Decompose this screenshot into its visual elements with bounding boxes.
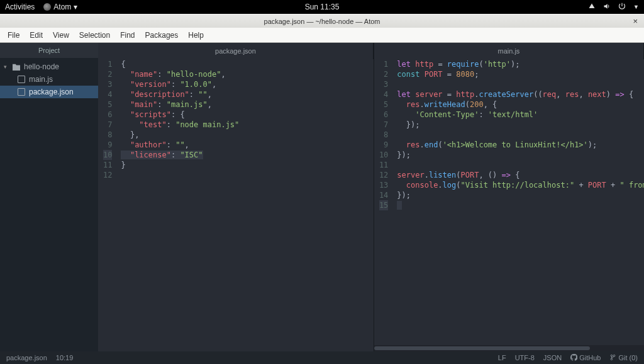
menu-help[interactable]: Help bbox=[183, 28, 209, 42]
volume-icon[interactable] bbox=[603, 3, 611, 12]
file-label: package.json bbox=[29, 88, 74, 96]
editor-panes: package.json 123456789101112 { "name": "… bbox=[98, 43, 644, 351]
menu-file[interactable]: File bbox=[3, 28, 25, 42]
gutter: 123456789101112 bbox=[98, 59, 118, 351]
tree-root-folder[interactable]: ▾ hello-node bbox=[0, 60, 98, 73]
status-git[interactable]: Git (0) bbox=[609, 354, 638, 361]
file-icon bbox=[18, 88, 25, 96]
status-eol[interactable]: LF bbox=[498, 354, 506, 361]
tab-bar: package.json bbox=[98, 43, 374, 59]
app-menu[interactable]: Atom ▾ bbox=[43, 3, 77, 11]
editor-main-js[interactable]: 123456789101112131415 let http = require… bbox=[374, 59, 644, 345]
window-title: package.json — ~/hello-node — Atom bbox=[264, 18, 380, 25]
folder-icon bbox=[13, 63, 20, 71]
atom-icon bbox=[43, 3, 51, 11]
status-file[interactable]: package.json bbox=[6, 354, 47, 361]
menu-edit[interactable]: Edit bbox=[25, 28, 48, 42]
tree-file-main[interactable]: main.js bbox=[0, 73, 98, 86]
power-icon[interactable] bbox=[618, 3, 626, 12]
git-branch-icon bbox=[609, 354, 616, 361]
code-area[interactable]: { "name": "hello-node", "version": "1.0.… bbox=[118, 59, 239, 351]
project-sidebar: Project ▾ hello-node main.js package.jso… bbox=[0, 43, 98, 351]
chevron-down-icon: ▾ bbox=[4, 64, 9, 70]
scrollbar-thumb[interactable] bbox=[374, 346, 590, 350]
clock[interactable]: Sun 11:35 bbox=[305, 3, 340, 11]
activities-button[interactable]: Activities bbox=[5, 3, 35, 11]
file-tree: ▾ hello-node main.js package.json bbox=[0, 58, 98, 101]
menu-bar: File Edit View Selection Find Packages H… bbox=[0, 28, 644, 43]
tab-bar: main.js bbox=[374, 43, 644, 59]
tab-main-js[interactable]: main.js bbox=[374, 43, 644, 59]
gnome-top-bar: Activities Atom ▾ Sun 11:35 ▼ bbox=[0, 0, 644, 14]
folder-label: hello-node bbox=[24, 62, 59, 71]
code-area[interactable]: let http = require('http'); const PORT =… bbox=[394, 59, 644, 345]
editor-package-json[interactable]: 123456789101112 { "name": "hello-node", … bbox=[98, 59, 374, 351]
status-github[interactable]: GitHub bbox=[570, 354, 601, 361]
gutter: 123456789101112131415 bbox=[374, 59, 394, 345]
status-grammar[interactable]: JSON bbox=[543, 354, 562, 361]
status-bar: package.json 10:19 LF UTF-8 JSON GitHub … bbox=[0, 351, 644, 364]
pane-left: package.json 123456789101112 { "name": "… bbox=[98, 43, 374, 351]
menu-view[interactable]: View bbox=[48, 28, 74, 42]
file-label: main.js bbox=[29, 75, 53, 84]
window-titlebar[interactable]: package.json — ~/hello-node — Atom × bbox=[0, 14, 644, 28]
horizontal-scrollbar[interactable] bbox=[374, 345, 644, 351]
workspace: Project ▾ hello-node main.js package.jso… bbox=[0, 43, 644, 351]
file-icon bbox=[18, 76, 25, 83]
network-icon[interactable] bbox=[588, 3, 596, 12]
menu-find[interactable]: Find bbox=[115, 28, 140, 42]
sidebar-header: Project bbox=[0, 43, 98, 58]
system-chevron-icon[interactable]: ▼ bbox=[633, 4, 639, 10]
status-encoding[interactable]: UTF-8 bbox=[515, 354, 535, 361]
window-close-button[interactable]: × bbox=[626, 14, 644, 28]
menu-packages[interactable]: Packages bbox=[140, 28, 184, 42]
tab-package-json[interactable]: package.json bbox=[98, 43, 374, 59]
pane-right: main.js 123456789101112131415 let http =… bbox=[374, 43, 644, 351]
github-icon bbox=[570, 354, 577, 361]
status-cursor[interactable]: 10:19 bbox=[56, 354, 74, 361]
menu-selection[interactable]: Selection bbox=[74, 28, 115, 42]
tree-file-package[interactable]: package.json bbox=[0, 86, 98, 98]
